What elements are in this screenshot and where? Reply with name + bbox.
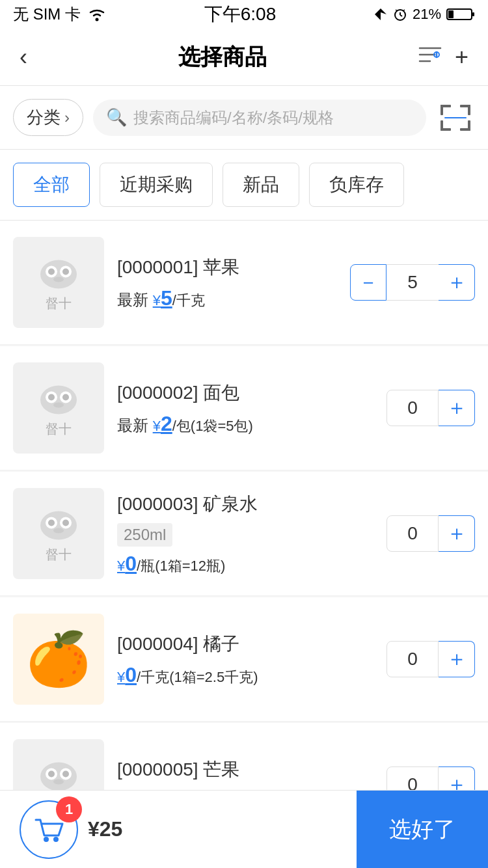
product-image-3: 督十 [13,488,104,579]
battery-icon [446,7,475,21]
sim-status: 无 SIM 卡 [13,4,81,25]
plus-button-4[interactable]: ＋ [439,641,475,677]
product-image-1: 督十 [13,237,104,328]
product-price-2: 最新 ¥2/包(1袋=5包) [117,412,373,436]
product-item-3: 督十 [0000003] 矿泉水 250ml ¥0/瓶(1箱=12瓶) ＋ [0,472,488,596]
product-item-1: 督十 [0000001] 苹果 最新 ¥5/千克 － ＋ [0,221,488,345]
svg-point-44 [48,770,55,777]
nav-bar: ‹ 选择商品 + [0,29,488,86]
svg-point-27 [62,268,69,275]
svg-rect-15 [441,105,443,115]
category-button[interactable]: 分类 › [13,99,83,136]
product-price-3: ¥0/瓶(1箱=12瓶) [117,552,373,576]
tab-recent[interactable]: 近期采购 [100,163,213,207]
quantity-input-1[interactable] [386,264,439,301]
owl-icon-2 [36,379,81,418]
plus-button-2[interactable]: ＋ [439,390,475,426]
tab-new[interactable]: 新品 [223,163,299,207]
owl-logo-3: 督十 [36,504,81,563]
battery-percent: 21% [413,6,441,23]
owl-text-2: 督十 [46,420,72,438]
product-name-3: [0000003] 矿泉水 [117,492,373,517]
owl-text-3: 督十 [46,546,72,563]
svg-point-59 [44,837,49,842]
svg-rect-8 [472,12,474,16]
chevron-right-icon: › [64,109,70,127]
owl-icon-1 [36,253,81,292]
svg-point-23 [40,260,77,288]
owl-logo-2: 督十 [36,379,81,438]
product-price-4: ¥0/千克(1箱=2.5千克) [117,663,373,687]
quantity-control-4: ＋ [386,641,475,677]
bottom-bar: 1 ¥25 选好了 [0,790,488,868]
product-info-3: [0000003] 矿泉水 250ml ¥0/瓶(1箱=12瓶) [117,492,373,576]
plus-button-3[interactable]: ＋ [439,515,475,552]
status-left: 无 SIM 卡 [13,4,107,25]
owl-logo-1: 督十 [36,253,81,312]
back-button[interactable]: ‹ [20,44,27,71]
cart-button[interactable]: 1 [20,800,78,859]
price-symbol-3: ¥ [117,558,125,574]
product-image-4: 🍊 [13,614,104,705]
cart-badge: 1 [56,796,82,822]
product-name-5: [0000005] 芒果 [117,757,373,782]
svg-point-34 [53,402,64,407]
tab-negative-stock[interactable]: 负库存 [309,163,404,207]
confirm-button[interactable]: 选好了 [357,791,488,868]
quantity-input-4[interactable] [386,641,439,677]
wifi-icon [87,7,107,21]
nav-left: ‹ [20,44,27,71]
product-info-1: [0000001] 苹果 最新 ¥5/千克 [117,255,337,310]
svg-point-28 [53,277,64,282]
price-value-4: 0 [125,663,137,686]
price-unit-3: /瓶(1箱=12瓶) [137,558,225,574]
svg-line-3 [400,15,402,16]
product-name-2: [0000002] 面包 [117,381,373,405]
quantity-input-2[interactable] [386,390,439,426]
category-label: 分类 [27,106,61,129]
owl-icon-5 [36,755,81,794]
tab-bar: 全部 近期采购 新品 负库存 [0,150,488,221]
price-unit-1: /千克 [172,292,205,308]
owl-text-1: 督十 [46,295,72,312]
svg-point-39 [62,519,69,526]
search-box[interactable]: 🔍 搜索商品编码/名称/条码/规格 [93,100,426,136]
svg-point-41 [40,762,77,791]
svg-point-60 [53,837,59,842]
tab-all[interactable]: 全部 [13,163,90,207]
svg-point-45 [62,770,69,777]
add-button[interactable]: + [455,44,468,71]
filter-bar: 分类 › 🔍 搜索商品编码/名称/条码/规格 [0,86,488,150]
search-placeholder: 搜索商品编码/名称/条码/规格 [133,107,334,128]
product-list: 督十 [0000001] 苹果 最新 ¥5/千克 － ＋ [0,221,488,868]
scan-icon [439,103,472,132]
cart-total: ¥25 [88,817,122,841]
status-time: 下午6:08 [204,2,277,27]
scan-button[interactable] [436,102,475,134]
product-info-4: [0000004] 橘子 ¥0/千克(1箱=2.5千克) [117,632,373,687]
quantity-control-1: － ＋ [350,264,475,301]
quantity-input-3[interactable] [386,515,439,552]
quantity-control-3: ＋ [386,515,475,552]
product-price-1: 最新 ¥5/千克 [117,286,337,310]
filter-icon-button[interactable] [418,45,442,70]
product-item-2: 督十 [0000002] 面包 最新 ¥2/包(1袋=5包) ＋ [0,346,488,470]
svg-point-0 [96,18,99,21]
svg-point-29 [40,385,77,414]
price-symbol-4: ¥ [117,669,125,685]
plus-button-1[interactable]: ＋ [439,264,475,301]
price-unit-2: /包(1袋=5包) [172,418,253,434]
svg-rect-7 [448,10,454,18]
svg-point-46 [53,779,64,784]
price-value-2: 2 [161,412,172,435]
quantity-control-2: ＋ [386,390,475,426]
location-icon [373,7,388,21]
product-spec-3: 250ml [117,523,172,547]
price-value-1: 5 [161,286,172,310]
nav-right: + [418,44,468,71]
svg-rect-21 [468,120,470,131]
status-right: 21% [373,6,475,23]
price-symbol-2: ¥ [153,418,161,434]
minus-button-1[interactable]: － [350,264,386,301]
product-name-1: [0000001] 苹果 [117,255,337,280]
